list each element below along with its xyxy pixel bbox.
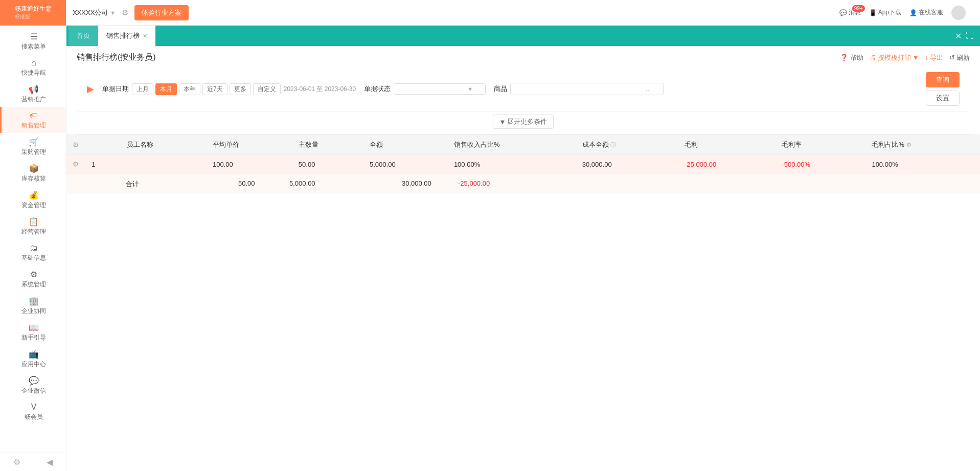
tab-expand-icon[interactable]: ⛶ (966, 31, 974, 40)
topbar-right: 💬 消息 99+ 📱 App下载 👤 在线客服 (839, 6, 974, 20)
goods-more-icon: ... (646, 85, 651, 93)
footer-label: 合计 (120, 180, 181, 189)
export-btn[interactable]: ↓ 导出 (925, 53, 944, 62)
sales-rank-table: ⚙ 员工名称 平均单价 主数量 全额 销售收入占比% 成本全额 ⓘ 毛利 毛利率… (66, 135, 980, 174)
col-amount: 全额 (363, 135, 448, 155)
help-btn[interactable]: ❓ 帮助 (840, 53, 863, 62)
sidebar-label-search-order: 搜索菜单 (21, 42, 46, 51)
topbar-app-download[interactable]: 📱 App下载 (869, 8, 901, 17)
sidebar-label-enterprise: 企业协同 (21, 307, 46, 316)
col-gross-rate: 毛利率 (776, 135, 865, 155)
sidebar-label-sales: 销售管理 (21, 121, 46, 130)
app-label: App下载 (878, 8, 901, 17)
sidebar-settings-btn[interactable]: ⚙ (13, 457, 20, 467)
topbar: XXXXX公司 ▼ ⚙ 体验行业方案 💬 消息 99+ 📱 App下载 👤 在线… (66, 0, 980, 26)
sidebar-icon-purchase: 🛒 (29, 137, 39, 147)
sidebar-item-operation[interactable]: 📋经营管理 (0, 213, 66, 239)
company-select[interactable]: XXXXX公司 ▼ (73, 8, 116, 17)
row-gross-ratio: 100.00% (865, 155, 980, 174)
row-sales-ratio: 100.00% (448, 155, 576, 174)
refresh-label: 刷新 (956, 53, 970, 62)
print-label: 按模板打印 (878, 53, 911, 62)
date-btn-this-year[interactable]: 本年 (179, 83, 200, 95)
filter-actions: 查询 设置 (926, 72, 960, 106)
table-row: ⚙ 1 100.00 50.00 5,000.00 100.00% 30,000… (66, 155, 980, 174)
topbar-message[interactable]: 💬 消息 99+ (839, 8, 861, 17)
sidebar-label-apps: 应用中心 (21, 360, 46, 369)
sidebar-icon-enterprise: 🏢 (29, 296, 39, 306)
cost-info-icon: ⓘ (610, 142, 616, 148)
query-button[interactable]: 查询 (926, 72, 960, 87)
sidebar-item-enterprise[interactable]: 🏢企业协同 (0, 292, 66, 319)
row-gross: -25,000.00 (678, 155, 776, 174)
row-amount: 5,000.00 (363, 155, 448, 174)
filter-status-group: 单据状态 ▼ (364, 83, 486, 95)
footer-rank-spacer (89, 180, 120, 189)
page-title: 销售排行榜(按业务员) (77, 52, 156, 63)
sidebar-label-wechat: 企业微信 (21, 387, 46, 395)
status-label: 单据状态 (364, 84, 391, 94)
topbar-settings-icon[interactable]: ⚙ (120, 6, 130, 19)
sidebar-item-system[interactable]: ⚙系统管理 (0, 265, 66, 292)
expand-more-btn[interactable]: ▼ 展开更多条件 (493, 115, 554, 129)
row-rank: 1 (85, 155, 121, 174)
sidebar-item-marketing[interactable]: 📢营销推广 (0, 80, 66, 107)
col-gross: 毛利 (678, 135, 776, 155)
print-arrow-icon: ▼ (913, 54, 919, 61)
tab-close-icon[interactable]: ✕ (143, 33, 147, 39)
sidebar-item-purchase[interactable]: 🛒采购管理 (0, 133, 66, 160)
footer-cells: 合计 50.00 5,000.00 30,000.00 -25,000.00 (73, 180, 974, 189)
logo-title: 畅康通好生意 (15, 5, 52, 13)
goods-select[interactable]: ... (510, 83, 664, 95)
expand-row: ▼ 展开更多条件 (77, 111, 970, 134)
avatar[interactable] (951, 6, 966, 20)
row-main-qty: 50.00 (292, 155, 363, 174)
date-buttons: 上月 本月 本年 近7天 更多 自定义 (132, 83, 281, 95)
tab-close-all-icon[interactable]: ✕ (955, 31, 962, 41)
sidebar-item-basic[interactable]: 🗂基础信息 (0, 239, 66, 265)
refresh-icon: ↺ (949, 54, 955, 61)
sidebar-icon-inventory: 📦 (29, 164, 39, 173)
footer-amount: 5,000.00 (283, 180, 334, 189)
tabbar: 首页 销售排行榜 ✕ ✕ ⛶ (66, 26, 980, 46)
topbar-online-service[interactable]: 👤 在线客服 (909, 8, 943, 17)
trial-button[interactable]: 体验行业方案 (134, 5, 189, 20)
date-btn-7days[interactable]: 近7天 (202, 83, 227, 95)
sidebar-item-wechat[interactable]: 💬企业微信 (0, 372, 66, 398)
sidebar-item-member[interactable]: V畅会员 (0, 398, 66, 424)
service-label: 在线客服 (919, 8, 943, 17)
date-btn-this-month[interactable]: 本月 (155, 83, 177, 95)
help-icon: ❓ (840, 54, 848, 61)
date-btn-more[interactable]: 更多 (230, 83, 251, 95)
setting-button[interactable]: 设置 (926, 91, 960, 106)
row-settings[interactable]: ⚙ (66, 155, 85, 174)
tab-home[interactable]: 首页 (69, 26, 98, 46)
app-icon: 📱 (869, 9, 877, 16)
sidebar-item-quick-nav[interactable]: ⌂快捷导航 (0, 54, 66, 80)
date-btn-custom[interactable]: 自定义 (253, 83, 281, 95)
row-employee (121, 155, 207, 174)
print-icon: 🖨 (870, 54, 876, 61)
status-select[interactable]: ▼ (394, 83, 486, 95)
tab-sales-rank[interactable]: 销售排行榜 ✕ (98, 26, 155, 46)
status-arrow-icon: ▼ (467, 86, 473, 92)
help-label: 帮助 (850, 54, 863, 61)
col-settings[interactable]: ⚙ (66, 135, 85, 155)
sidebar-item-apps[interactable]: 📺应用中心 (0, 345, 66, 372)
sidebar-item-finance[interactable]: 💰资金管理 (0, 186, 66, 213)
sidebar-item-inventory[interactable]: 📦库存核算 (0, 160, 66, 186)
refresh-btn[interactable]: ↺ 刷新 (949, 53, 970, 62)
date-btn-prev-month[interactable]: 上月 (132, 83, 153, 95)
print-btn[interactable]: 🖨 按模板打印 ▼ (870, 53, 919, 62)
sidebar-icon-sales: 🏷 (30, 111, 38, 120)
message-icon: 💬 (839, 9, 847, 16)
col-main-qty: 主数量 (292, 135, 363, 155)
col-avg-price: 平均单价 (207, 135, 292, 155)
sidebar-collapse-btn[interactable]: ◀ (47, 457, 53, 467)
sidebar-item-search-order[interactable]: ☰搜索菜单 (0, 28, 66, 54)
filter-expand-icon[interactable]: ▶ (87, 83, 94, 95)
sidebar-item-sales[interactable]: 🏷销售管理 (0, 107, 66, 133)
date-label: 单据日期 (102, 84, 129, 94)
footer-cost-amount: 30,000.00 (396, 180, 452, 189)
sidebar-item-guide[interactable]: 📖新手引导 (0, 319, 66, 345)
